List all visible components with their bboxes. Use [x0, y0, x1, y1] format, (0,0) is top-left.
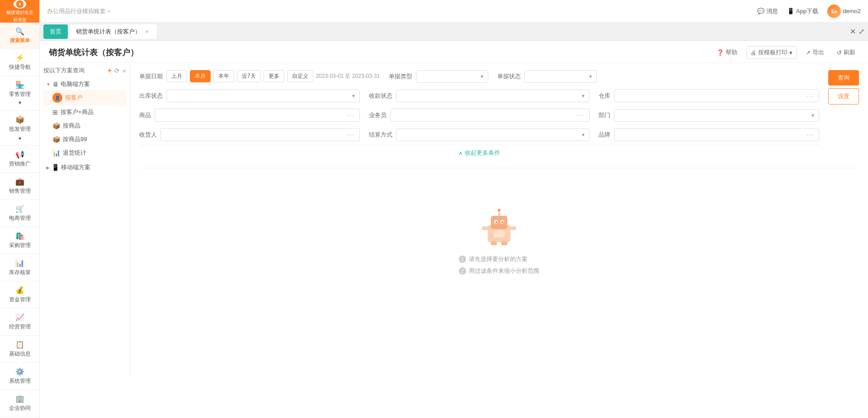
search-icon: 🔍 [15, 27, 24, 36]
pay-status-select[interactable]: ▾ [396, 90, 590, 102]
sales-icon: 💼 [15, 177, 24, 186]
app-download-button[interactable]: 📱 App下载 [787, 7, 818, 15]
empty-text: 1 请先选择要分析的方案 2 用过滤条件来缩小分析范围 [459, 255, 539, 275]
salesman-select[interactable]: ··· [390, 109, 590, 122]
filter-status-group: 单据状态 ▾ [497, 70, 597, 83]
action-buttons-col: 查询 设置 [828, 63, 868, 104]
tree-item-customer-goods-label: 按客户+商品 [61, 108, 123, 116]
export-button[interactable]: ↗ 导出 [802, 47, 828, 58]
user-avatar: Ea [827, 5, 841, 18]
scheme-collapse-button[interactable]: « [123, 67, 126, 74]
logo-icon [14, 0, 26, 9]
receiver-label: 收货人 [139, 131, 157, 139]
user-name: demo2 [843, 8, 861, 14]
scheme-add-button[interactable]: + [108, 66, 112, 75]
settle-select[interactable]: ▾ [396, 128, 590, 141]
step-2-text: 用过滤条件来缩小分析范围 [469, 267, 539, 275]
filter-panel: 单据日期 上月 本月 本年 近7天 更多 自定义 2023-03-01 至 20… [130, 63, 828, 168]
sidebar-item-system[interactable]: ⚙️ 系统管理 [0, 363, 39, 390]
goods99-icon: 📦 [52, 136, 60, 143]
app-name: 畅捷通好生意 [6, 10, 33, 16]
tab-sales-stats[interactable]: 销货单统计表（按客户） × [70, 24, 157, 39]
sidebar-enterprise-label: 企业协同 [9, 404, 31, 412]
system-icon: ⚙️ [15, 367, 24, 376]
print-label: 按模板打印 [758, 48, 788, 57]
type-select[interactable]: ▾ [416, 70, 488, 83]
filter-receiver-group: 收货人 ··· [139, 128, 360, 141]
sidebar-item-operation[interactable]: 📈 经营管理 [0, 309, 39, 336]
status-select[interactable]: ▾ [524, 70, 597, 83]
purchase-icon: 🛍️ [15, 232, 24, 240]
scheme-header: 按以下方案查询 + ⟳ « [43, 66, 126, 75]
date-btn-7days[interactable]: 近7天 [237, 70, 261, 82]
date-btn-last-month[interactable]: 上月 [166, 70, 187, 82]
tree-item-by-customer[interactable]: 👤 按客户 [43, 90, 126, 105]
tree-item-by-customer-goods[interactable]: ⊞ 按客户+商品 [43, 105, 126, 119]
tab-home[interactable]: 首页 [43, 24, 68, 39]
dept-select[interactable]: ▾ [614, 109, 819, 122]
brand-select[interactable]: ··· [614, 128, 819, 141]
scheme-refresh-button[interactable]: ⟳ [114, 67, 120, 74]
receiver-select[interactable]: ··· [160, 128, 360, 141]
print-button[interactable]: 🖨 按模板打印 ▾ [746, 46, 797, 59]
tree-item-by-goods[interactable]: 📦 按商品 [43, 119, 126, 133]
sidebar-item-marketing[interactable]: 📢 营销推广 [0, 146, 39, 173]
message-button[interactable]: 💬 消息 [757, 7, 778, 15]
customer-goods-icon: ⊞ [52, 109, 58, 116]
tree-item-return-stats[interactable]: 📊 退货统计 [43, 146, 126, 160]
sidebar-item-search[interactable]: 🔍 搜索菜单 [0, 23, 39, 49]
window-close-icon[interactable]: ✕ [850, 27, 856, 36]
warehouse-select[interactable]: ··· [614, 89, 819, 102]
tree-group-mobile-label: 移动端方案 [61, 163, 90, 171]
sidebar-item-finance[interactable]: 💰 资金管理 [0, 281, 39, 309]
sidebar-item-purchase[interactable]: 🛍️ 采购管理 [0, 227, 39, 254]
tree-group-desktop-header[interactable]: ▼ 🖥 电脑端方案 [43, 78, 126, 90]
date-btn-custom[interactable]: 自定义 [287, 70, 313, 82]
tab-close-button[interactable]: × [143, 28, 151, 35]
sidebar-retail-label: 零售管理 [9, 90, 31, 98]
sidebar-item-ecommerce[interactable]: 🛒 电商管理 [0, 200, 39, 227]
wholesale-expand-icon: ▴ [19, 134, 21, 141]
sidebar-item-retail[interactable]: 🏪 零售管理 ▾ [0, 76, 39, 111]
salesman-dots: ··· [577, 112, 585, 119]
sidebar-item-enterprise[interactable]: 🏢 企业协同 [0, 390, 39, 417]
help-label: 帮助 [726, 48, 737, 57]
out-status-select[interactable]: ▾ [166, 90, 360, 102]
query-button[interactable]: 查询 [828, 70, 859, 86]
date-label: 单据日期 [139, 72, 163, 81]
main-area: 办公用品行业模拟账套 ▾ 💬 消息 📱 App下载 Ea demo2 首页 [40, 0, 868, 418]
sidebar-item-inventory[interactable]: 📊 库存核算 [0, 254, 39, 281]
date-btn-current-year[interactable]: 本年 [213, 70, 234, 82]
sidebar-item-basic[interactable]: 📋 基础信息 [0, 336, 39, 363]
date-btn-more[interactable]: 更多 [264, 70, 284, 82]
collapse-conditions-button[interactable]: ∧ 收起更多条件 [139, 145, 819, 161]
filter-warehouse-group: 仓库 ··· [599, 89, 819, 102]
tab-sales-stats-label: 销货单统计表（按客户） [76, 28, 141, 36]
sidebar-wholesale-label: 批发管理 [9, 125, 31, 133]
tree-group-mobile-header[interactable]: ▶ 📱 移动端方案 [43, 162, 126, 173]
tree-group-mobile-icon: 📱 [52, 164, 59, 171]
topbar-dropdown-icon[interactable]: ▾ [108, 8, 110, 14]
warehouse-label: 仓库 [599, 92, 610, 100]
sidebar: 畅捷通好生意 标准版 🔍 搜索菜单 ⚡ 快捷导航 🏪 零售管理 ▾ 📦 批发管理… [0, 0, 40, 418]
goods-select[interactable]: ··· [155, 109, 360, 122]
window-expand-icon[interactable]: ⤢ [859, 27, 864, 36]
sidebar-search-label: 搜索菜单 [10, 37, 30, 44]
inventory-icon: 📊 [15, 259, 24, 267]
user-profile[interactable]: Ea demo2 [827, 5, 861, 18]
svg-rect-10 [482, 226, 489, 230]
help-button[interactable]: ❓ 帮助 [713, 47, 741, 58]
svg-point-5 [501, 221, 503, 223]
sidebar-item-shortcuts[interactable]: ⚡ 快捷导航 [0, 49, 39, 76]
app-sub: 标准版 [13, 17, 27, 23]
settings-button[interactable]: 设置 [828, 88, 859, 104]
date-btn-current-month[interactable]: 本月 [190, 70, 211, 82]
out-status-dropdown-icon: ▾ [352, 93, 355, 99]
tree-item-by-goods99[interactable]: 📦 按商品99 [43, 133, 126, 146]
return-stats-icon: 📊 [52, 149, 60, 157]
sidebar-item-wholesale[interactable]: 📦 批发管理 ▴ [0, 111, 39, 146]
pay-status-dropdown-icon: ▾ [582, 93, 585, 99]
sidebar-item-sales[interactable]: 💼 销售管理 [0, 173, 39, 200]
tree-group-desktop-arrow: ▼ [46, 82, 51, 87]
refresh-button[interactable]: ↺ 刷新 [833, 47, 859, 58]
